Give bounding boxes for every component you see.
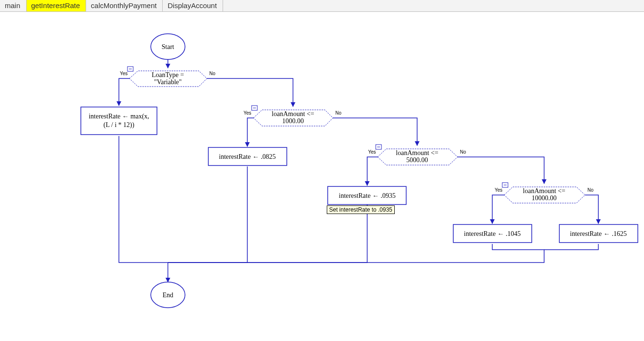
- svg-text:Start: Start: [162, 43, 175, 50]
- process-rate-1045[interactable]: interestRate ← .1045: [453, 224, 532, 243]
- decision-amount-1000[interactable]: loanAmount <= 1000.00 Yes No: [244, 106, 342, 126]
- start-node[interactable]: Start: [151, 34, 185, 59]
- svg-text:Yes: Yes: [244, 110, 251, 116]
- process-rate-0935[interactable]: interestRate ← .0935: [328, 186, 406, 205]
- process-rate-1625[interactable]: interestRate ← .1625: [559, 224, 638, 243]
- process-rate-0825[interactable]: interestRate ← .0825: [208, 147, 287, 166]
- svg-text:Yes: Yes: [120, 71, 127, 76]
- svg-text:"Variable": "Variable": [154, 78, 182, 86]
- svg-text:interestRate ← max(x,: interestRate ← max(x,: [88, 113, 149, 120]
- svg-text:No: No: [209, 71, 215, 76]
- tab-calcMonthlyPayment[interactable]: calcMonthlyPayment: [86, 0, 163, 11]
- svg-text:Yes: Yes: [495, 187, 502, 193]
- svg-text:Yes: Yes: [368, 149, 376, 155]
- svg-text:(L / i * 12)): (L / i * 12)): [104, 121, 135, 129]
- svg-text:interestRate ← .1625: interestRate ← .1625: [570, 230, 626, 237]
- tooltip: Set interestRate to .0935: [327, 205, 395, 214]
- svg-text:interestRate ← .0935: interestRate ← .0935: [339, 192, 395, 199]
- tab-main[interactable]: main: [0, 0, 27, 11]
- svg-text:No: No: [587, 187, 594, 193]
- svg-text:loanAmount <=: loanAmount <=: [396, 149, 438, 156]
- svg-text:10000.00: 10000.00: [532, 195, 557, 202]
- svg-text:No: No: [460, 149, 466, 155]
- decision-amount-5000[interactable]: loanAmount <= 5000.00 Yes No: [368, 145, 466, 165]
- tab-bar: main getInterestRate calcMonthlyPayment …: [0, 0, 644, 12]
- tab-DisplayAccount[interactable]: DisplayAccount: [163, 0, 223, 11]
- svg-rect-12: [81, 107, 157, 135]
- process-variable-rate[interactable]: interestRate ← max(x, (L / i * 12)): [81, 107, 157, 135]
- decision-loantype[interactable]: LoanType = "Variable" Yes No: [120, 67, 215, 87]
- flowchart-canvas[interactable]: Start End LoanType = "Variable" Yes No i…: [0, 12, 644, 341]
- svg-text:LoanType =: LoanType =: [152, 71, 184, 78]
- svg-text:5000.00: 5000.00: [406, 156, 428, 164]
- end-node[interactable]: End: [151, 282, 185, 308]
- svg-text:interestRate ← .1045: interestRate ← .1045: [464, 230, 520, 237]
- decision-amount-10000[interactable]: loanAmount <= 10000.00 Yes No: [495, 183, 594, 203]
- svg-text:loanAmount <=: loanAmount <=: [523, 187, 565, 195]
- svg-text:No: No: [335, 110, 342, 116]
- svg-text:End: End: [163, 292, 174, 299]
- tab-getInterestRate[interactable]: getInterestRate: [27, 0, 87, 11]
- svg-text:interestRate ← .0825: interestRate ← .0825: [219, 153, 275, 160]
- svg-text:loanAmount <=: loanAmount <=: [272, 110, 314, 117]
- svg-text:1000.00: 1000.00: [282, 117, 304, 125]
